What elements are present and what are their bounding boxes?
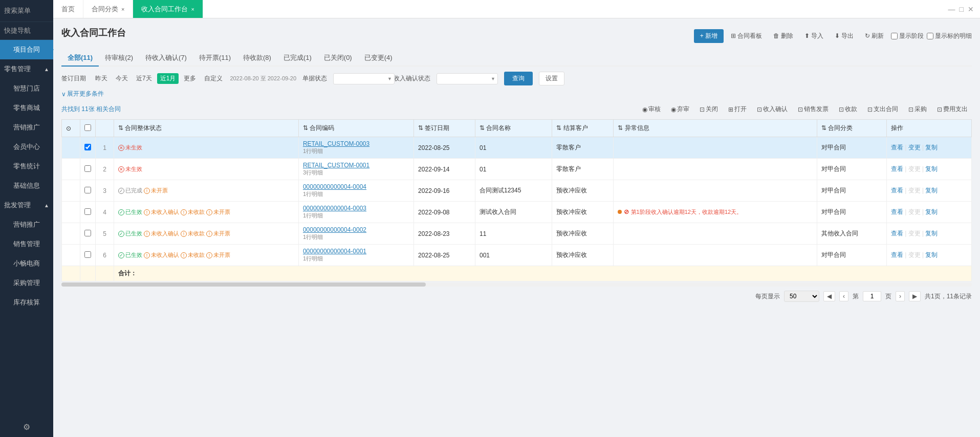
view-action-link[interactable]: 查看 — [891, 251, 903, 258]
doc-status-select[interactable] — [333, 73, 395, 84]
row-select-checkbox[interactable] — [84, 251, 91, 258]
more-btn[interactable]: 更多 — [181, 73, 199, 84]
sidebar-item-member-center[interactable]: 会员中心 — [0, 137, 53, 157]
show-stage-checkbox-label[interactable]: 显示阶段 — [891, 32, 924, 40]
row-checkbox[interactable] — [80, 202, 96, 223]
edit-action-link[interactable]: 变更 — [908, 165, 921, 172]
add-button[interactable]: + 新增 — [694, 29, 724, 43]
status-tab-changed[interactable]: 已变更(4) — [358, 50, 399, 67]
refresh-button[interactable]: ↻ 刷新 — [861, 30, 888, 42]
close-tab-income-contract[interactable]: × — [191, 6, 194, 12]
sidebar-item-sales-mgmt[interactable]: 销售管理 — [0, 234, 53, 254]
scrollbar-thumb[interactable] — [61, 282, 426, 287]
close-tab-contract-category[interactable]: × — [121, 6, 124, 12]
page-size-select[interactable]: 102050100 — [784, 291, 819, 302]
status-tab-completed[interactable]: 已完成(1) — [277, 50, 318, 67]
row-settings[interactable] — [62, 245, 80, 266]
kanban-button[interactable]: ⊞ 合同看板 — [727, 30, 766, 42]
col-code-header[interactable]: ⇅ 合同编码 — [298, 120, 413, 137]
horizontal-scrollbar[interactable] — [61, 282, 972, 287]
edit-action-link[interactable]: 变更 — [908, 208, 921, 215]
sidebar-item-purchase[interactable]: 采购管理 — [0, 273, 53, 293]
edit-action-link[interactable]: 变更 — [908, 251, 921, 258]
contract-link[interactable]: 00000000000004-0001 — [303, 248, 409, 255]
show-stage-checkbox[interactable] — [891, 33, 898, 39]
copy-action-link[interactable]: 复制 — [925, 144, 938, 151]
custom-btn[interactable]: 自定义 — [201, 73, 226, 84]
status-tab-pending-invoice[interactable]: 待开票(11) — [193, 50, 237, 67]
row-checkbox[interactable] — [80, 137, 96, 159]
status-tab-all[interactable]: 全部(11) — [61, 50, 99, 67]
sidebar-item-retail-stats[interactable]: 零售统计 — [0, 157, 53, 176]
contract-link[interactable]: 00000000000004-0003 — [303, 205, 409, 212]
row-select-checkbox[interactable] — [84, 165, 91, 172]
tab-income-contract[interactable]: 收入合同工作台 × — [133, 0, 203, 18]
select-all-checkbox[interactable] — [84, 124, 91, 131]
tab-contract-category[interactable]: 合同分类 × — [83, 0, 133, 18]
row-settings[interactable] — [62, 159, 80, 180]
setting-button[interactable]: 设置 — [539, 72, 564, 85]
row-checkbox[interactable] — [80, 223, 96, 245]
expand-more-btn[interactable]: ∨ 展开更多条件 — [61, 90, 972, 98]
sidebar-item-smart-store[interactable]: 智慧门店 — [0, 79, 53, 98]
first-page-btn[interactable]: ◀ — [823, 291, 835, 301]
col-customer-header[interactable]: ⇅ 结算客户 — [552, 120, 614, 137]
sidebar-item-marketing2[interactable]: 营销推广 — [0, 215, 53, 234]
action-invoice-btn[interactable]: ⊡ 销售发票 — [794, 103, 833, 115]
action-expense-out-btn[interactable]: ⊡ 费用支出 — [933, 103, 972, 115]
query-button[interactable]: 查询 — [504, 72, 533, 85]
maximize-button[interactable]: □ — [960, 5, 964, 13]
next-page-btn[interactable]: › — [896, 291, 905, 301]
view-action-link[interactable]: 查看 — [891, 230, 903, 237]
sidebar-item-inventory[interactable]: 库存核算 — [0, 293, 53, 312]
contract-link[interactable]: 00000000000004-0002 — [303, 226, 409, 233]
action-expense-contract-btn[interactable]: ⊡ 支出合同 — [863, 103, 902, 115]
action-close-btn[interactable]: ⊡ 关闭 — [695, 103, 722, 115]
minimize-button[interactable]: — — [948, 5, 955, 13]
edit-action-link[interactable]: 变更 — [908, 144, 921, 151]
action-review-btn[interactable]: ◉ 审核 — [638, 103, 665, 115]
status-tab-pending-confirm[interactable]: 待收入确认(7) — [139, 50, 193, 67]
copy-action-link[interactable]: 复制 — [925, 208, 938, 215]
col-status-header[interactable]: ⇅ 合同整体状态 — [114, 120, 299, 137]
col-abnormal-header[interactable]: ⇅ 异常信息 — [614, 120, 817, 137]
show-detail-checkbox[interactable] — [927, 33, 933, 39]
sidebar-item-retail-mall[interactable]: 零售商城 — [0, 98, 53, 118]
tab-home[interactable]: 首页 — [53, 0, 83, 18]
contract-link[interactable]: RETAIL_CUSTOM-0001 — [303, 162, 409, 169]
copy-action-link[interactable]: 复制 — [925, 165, 938, 172]
sidebar-item-basic-info[interactable]: 基础信息 — [0, 176, 53, 195]
yesterday-btn[interactable]: 昨天 — [92, 73, 111, 84]
view-action-link[interactable]: 查看 — [891, 187, 903, 194]
row-select-checkbox[interactable] — [84, 144, 91, 150]
prev-page-btn[interactable]: ‹ — [839, 291, 848, 301]
row-settings[interactable] — [62, 180, 80, 202]
col-date-header[interactable]: ⇅ 签订日期 — [414, 120, 475, 137]
action-abandon-btn[interactable]: ◉ 弃审 — [667, 103, 693, 115]
last-page-btn[interactable]: ▶ — [909, 291, 921, 301]
action-income-confirm-btn[interactable]: ⊡ 收入确认 — [753, 103, 792, 115]
col-checkbox-header[interactable] — [80, 120, 96, 137]
row-settings[interactable] — [62, 223, 80, 245]
status-tab-closed[interactable]: 已关闭(0) — [318, 50, 358, 67]
close-button[interactable]: ✕ — [968, 5, 974, 13]
copy-action-link[interactable]: 复制 — [925, 251, 938, 258]
show-detail-checkbox-label[interactable]: 显示标的明细 — [927, 32, 972, 40]
import-button[interactable]: ⬆ 导入 — [800, 30, 827, 42]
row-select-checkbox[interactable] — [84, 208, 91, 215]
row-checkbox[interactable] — [80, 159, 96, 180]
sidebar-settings[interactable]: ⚙ — [0, 417, 53, 437]
today-btn[interactable]: 今天 — [113, 73, 131, 84]
contract-link[interactable]: 00000000000004-0004 — [303, 183, 409, 190]
sidebar-item-marketing[interactable]: 营销推广 — [0, 118, 53, 137]
copy-action-link[interactable]: 复制 — [925, 230, 938, 237]
confirm-status-select[interactable] — [437, 73, 498, 84]
col-name-header[interactable]: ⇅ 合同名称 — [475, 120, 552, 137]
row-select-checkbox[interactable] — [84, 187, 91, 193]
col-category-header[interactable]: ⇅ 合同分类 — [817, 120, 886, 137]
sidebar-item-ecommerce[interactable]: 小畅电商 — [0, 254, 53, 273]
copy-action-link[interactable]: 复制 — [925, 187, 938, 194]
row-settings[interactable] — [62, 137, 80, 159]
row-select-checkbox[interactable] — [84, 230, 91, 236]
sidebar-item-wholesale[interactable]: 批发管理 ▲ — [0, 195, 53, 215]
